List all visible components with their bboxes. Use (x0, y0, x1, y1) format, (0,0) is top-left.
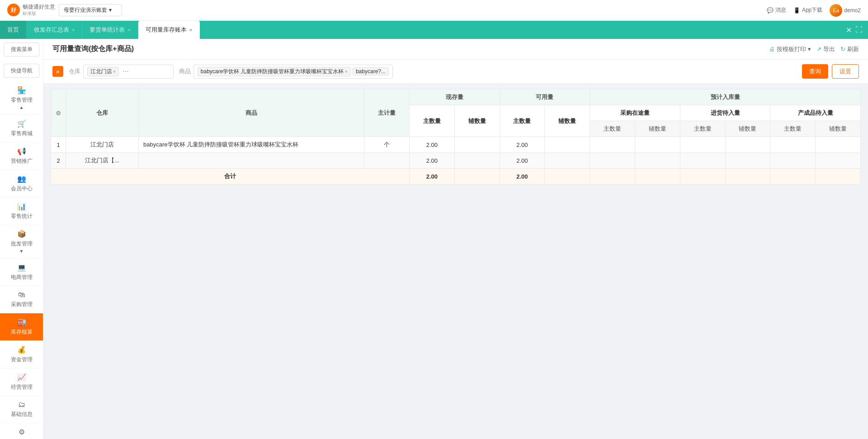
refresh-icon: ↻ (840, 46, 845, 52)
sidebar-item-marketing[interactable]: 📢 营销推广 (0, 142, 43, 170)
production-inbound-header: 产成品待入量 (770, 105, 861, 121)
row-production-main (770, 137, 816, 153)
row-purchase-transit-main (590, 153, 635, 169)
retail-mgmt-icon: 🏪 (17, 86, 26, 94)
marketing-icon: 📢 (17, 147, 26, 156)
inventory-icon: 🏭 (17, 318, 26, 326)
row-current-aux (454, 153, 500, 169)
expand-filter-button[interactable]: » (52, 66, 63, 77)
purchase-inbound-main-header: 主数量 (680, 121, 725, 137)
product-label: 商品 (179, 67, 191, 76)
export-button[interactable]: ↗ 导出 (816, 45, 835, 53)
warehouse-more-icon[interactable]: ··· (121, 67, 130, 76)
sidebar-item-operations[interactable]: 📈 经营管理 (0, 368, 43, 396)
sidebar-item-ecommerce[interactable]: 💻 电商管理 (0, 259, 43, 286)
warehouse-input[interactable]: 江北门店 × ··· (83, 65, 174, 79)
settings-col-header: ⚙ (51, 90, 66, 137)
search-menu-button[interactable]: 搜索菜单 (4, 42, 39, 57)
app-download-action[interactable]: 📱 App下载 (793, 6, 822, 14)
sidebar-item-member-center[interactable]: 👥 会员中心 (0, 170, 43, 198)
warehouse-filter: 仓库 江北门店 × ··· (69, 65, 174, 79)
footer-production-aux (816, 169, 861, 184)
product-tag-1: babycare学饮杯 儿童防摔防撞吸管杯重力球吸嘴杯宝宝水杯 × (198, 67, 351, 76)
footer-available-aux (545, 169, 590, 184)
close-all-tabs-icon[interactable]: ✕ (846, 26, 852, 34)
fullscreen-icon[interactable]: ⛶ (855, 26, 863, 34)
tenant-name: 母婴行业演示账套 (64, 6, 107, 14)
close-stock-tab[interactable]: × (189, 27, 192, 33)
warehouse-tag-remove[interactable]: × (113, 69, 116, 74)
footer-production-main (770, 169, 816, 184)
close-order-tab[interactable]: × (127, 27, 130, 33)
logo-icon: 好 (7, 4, 20, 16)
ecommerce-label: 电商管理 (11, 274, 33, 281)
table-settings-icon[interactable]: ⚙ (56, 110, 61, 117)
sidebar-item-inventory[interactable]: 🏭 库存核算 (0, 313, 43, 341)
retail-mgmt-label: 零售管理 (11, 96, 33, 104)
sidebar: 搜索菜单 快捷导航 🏪 零售管理 ▲ 🛒 零售商城 📢 营销推广 👥 会员中心 … (0, 39, 43, 439)
order-tab-label: 要货单统计表 (90, 26, 125, 34)
message-icon: 💬 (767, 7, 774, 14)
print-template-button[interactable]: 🖨 按模板打印 ▾ (769, 45, 811, 53)
refresh-label: 刷新 (847, 45, 859, 53)
filter-actions: 查询 设置 (802, 64, 859, 79)
row-warehouse: 江北门店 (66, 137, 139, 153)
top-bar-right: 💬 消息 📱 App下载 Ea demo2 (767, 4, 861, 17)
sidebar-item-wholesale-mgmt[interactable]: 📦 批发管理 ▼ (0, 225, 43, 259)
logo-text: 畅捷通好生意 (23, 4, 55, 10)
avatar: Ea (830, 4, 842, 17)
available-aux-qty-header: 辅数量 (545, 105, 590, 137)
row-purchase-inbound-aux (725, 137, 770, 153)
setting-button[interactable]: 设置 (832, 64, 859, 79)
tab-available-stock[interactable]: 可用量库存账本 × (138, 21, 200, 39)
row-purchase-inbound-aux (725, 153, 770, 169)
available-qty-header: 可用量 (500, 90, 590, 105)
user-area[interactable]: Ea demo2 (830, 4, 861, 17)
operations-icon: 📈 (17, 373, 26, 382)
chevron-down-icon: ▼ (19, 249, 24, 254)
row-current-main: 2.00 (409, 137, 454, 153)
member-icon: 👥 (17, 175, 26, 183)
product-tag-1-remove[interactable]: × (345, 69, 348, 74)
chevron-icon: ▲ (19, 105, 24, 110)
ecommerce-icon: 💻 (17, 263, 26, 272)
logo-text-area: 畅捷通好生意 标准版 (23, 4, 55, 16)
tenant-select[interactable]: 母婴行业演示账套 ▾ (59, 4, 122, 16)
sidebar-item-retail-stats[interactable]: 📊 零售统计 (0, 198, 43, 225)
tab-home[interactable]: 首页 (0, 21, 27, 39)
query-button[interactable]: 查询 (802, 64, 828, 79)
purchase-icon: 🛍 (18, 291, 25, 299)
wholesale-icon: 📦 (17, 230, 26, 238)
sidebar-item-basic-info[interactable]: 🗂 基础信息 (0, 396, 43, 423)
receipt-tab-label: 收发存汇总表 (34, 26, 69, 34)
export-label: 导出 (823, 45, 835, 53)
product-input[interactable]: babycare学饮杯 儿童防摔防撞吸管杯重力球吸嘴杯宝宝水杯 × babyca… (193, 65, 393, 79)
app-download-label: App下载 (802, 6, 822, 14)
tab-receipt-summary[interactable]: 收发存汇总表 × (27, 21, 82, 39)
footer-current-main: 2.00 (409, 169, 454, 184)
sidebar-item-purchase[interactable]: 🛍 采购管理 (0, 286, 43, 313)
sidebar-item-retail-mall[interactable]: 🛒 零售商城 (0, 115, 43, 142)
logo-area: 好 畅捷通好生意 标准版 (7, 4, 55, 16)
footer-available-main: 2.00 (500, 169, 545, 184)
print-label: 按模板打印 (777, 45, 806, 53)
footer-purchase-inbound-main (680, 169, 725, 184)
message-label: 消息 (775, 6, 786, 14)
quick-nav-button[interactable]: 快捷导航 (4, 64, 39, 78)
user-name: demo2 (844, 7, 861, 14)
sidebar-item-finance[interactable]: 💰 资金管理 (0, 341, 43, 368)
quick-nav-area: 快捷导航 (0, 60, 43, 81)
inventory-label: 库存核算 (11, 328, 33, 336)
row-product: babycare学饮杯 儿童防摔防撞吸管杯重力球吸嘴杯宝宝水杯 (139, 137, 364, 153)
sidebar-item-system[interactable]: ⚙ 系统管理 (0, 423, 43, 439)
close-receipt-tab[interactable]: × (72, 27, 75, 33)
chevron-down-icon: ▾ (109, 7, 112, 13)
refresh-button[interactable]: ↻ 刷新 (840, 45, 859, 53)
marketing-label: 营销推广 (11, 157, 33, 165)
message-action[interactable]: 💬 消息 (767, 6, 786, 14)
avatar-text: Ea (833, 8, 839, 13)
product-filter: 商品 babycare学饮杯 儿童防摔防撞吸管杯重力球吸嘴杯宝宝水杯 × bab… (179, 65, 393, 79)
sidebar-item-retail-mgmt[interactable]: 🏪 零售管理 ▲ (0, 81, 43, 115)
tab-order-stats[interactable]: 要货单统计表 × (82, 21, 138, 39)
row-purchase-transit-aux (635, 137, 680, 153)
